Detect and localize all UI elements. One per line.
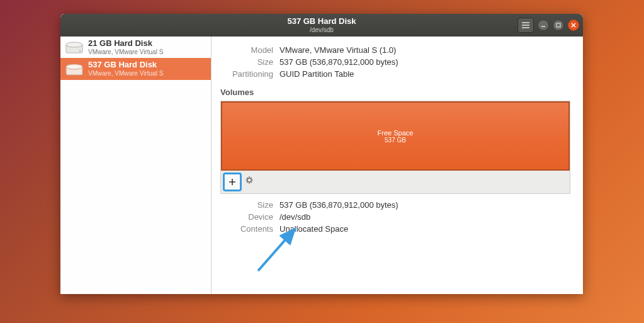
- sidebar-item-text: 21 GB Hard Disk VMware, VMware Virtual S: [88, 39, 163, 55]
- close-icon: [571, 23, 576, 28]
- titlebar-center: 537 GB Hard Disk /dev/sdb: [60, 16, 583, 34]
- volumes-heading: Volumes: [220, 88, 570, 97]
- titlebar-controls: [517, 14, 579, 37]
- info-value: 537 GB (536,870,912,000 bytes): [280, 200, 398, 210]
- hdd-icon: [65, 40, 83, 54]
- info-label: Model: [218, 45, 273, 55]
- titlebar: 537 GB Hard Disk /dev/sdb: [60, 14, 583, 37]
- volume-free-space[interactable]: Free Space 537 GB: [221, 101, 570, 171]
- info-value: 537 GB (536,870,912,000 bytes): [280, 57, 398, 67]
- svg-point-3: [79, 50, 81, 52]
- minimize-icon: [541, 23, 546, 28]
- hdd-icon: [65, 62, 83, 76]
- partition-options-button[interactable]: [242, 173, 257, 188]
- svg-point-6: [79, 72, 81, 74]
- info-row-size2: Size 537 GB (536,870,912,000 bytes): [218, 200, 570, 210]
- info-value: GUID Partition Table: [280, 69, 354, 79]
- info-row-partitioning: Partitioning GUID Partition Table: [218, 69, 570, 79]
- svg-rect-0: [556, 23, 560, 27]
- volume-toolbar: [220, 171, 570, 194]
- volume-map: Free Space 537 GB: [220, 101, 570, 171]
- window-subtitle: /dev/sdb: [60, 26, 583, 34]
- maximize-icon: [556, 23, 561, 28]
- disk-subtitle: VMware, VMware Virtual S: [88, 70, 163, 77]
- minimize-button[interactable]: [538, 20, 549, 31]
- gear-icon: [246, 176, 253, 184]
- disk-title: 21 GB Hard Disk: [88, 39, 163, 48]
- svg-point-5: [66, 64, 82, 69]
- disk-subtitle: VMware, VMware Virtual S: [88, 48, 163, 56]
- volume-size: 537 GB: [385, 137, 406, 144]
- maximize-button[interactable]: [553, 20, 564, 31]
- disks-window: 537 GB Hard Disk /dev/sdb: [60, 14, 583, 294]
- svg-point-7: [247, 178, 251, 182]
- sidebar-item-disk-0[interactable]: 21 GB Hard Disk VMware, VMware Virtual S: [60, 37, 211, 58]
- create-partition-button[interactable]: [223, 173, 242, 191]
- window-body: 21 GB Hard Disk VMware, VMware Virtual S…: [60, 37, 583, 294]
- window-title: 537 GB Hard Disk: [60, 16, 583, 26]
- sidebar-item-text: 537 GB Hard Disk VMware, VMware Virtual …: [88, 60, 163, 77]
- svg-point-2: [66, 42, 82, 47]
- info-row-contents: Contents Unallocated Space: [218, 224, 570, 234]
- info-label: Size: [218, 57, 273, 67]
- info-value: /dev/sdb: [280, 212, 310, 222]
- info-label: Contents: [218, 224, 273, 234]
- info-label: Partitioning: [218, 69, 273, 79]
- info-label: Size: [218, 200, 273, 210]
- main-panel: Model VMware, VMware Virtual S (1.0) Siz…: [212, 37, 583, 294]
- info-value: VMware, VMware Virtual S (1.0): [280, 45, 396, 55]
- close-button[interactable]: [568, 20, 579, 31]
- disk-title: 537 GB Hard Disk: [88, 60, 163, 70]
- info-value: Unallocated Space: [280, 224, 348, 234]
- volume-label: Free Space: [378, 129, 414, 137]
- sidebar-item-disk-1[interactable]: 537 GB Hard Disk VMware, VMware Virtual …: [60, 58, 211, 79]
- disk-sidebar: 21 GB Hard Disk VMware, VMware Virtual S…: [60, 37, 212, 294]
- info-row-model: Model VMware, VMware Virtual S (1.0): [218, 45, 570, 55]
- hamburger-icon: [522, 22, 529, 28]
- info-row-size: Size 537 GB (536,870,912,000 bytes): [218, 57, 570, 67]
- plus-icon: [229, 178, 236, 186]
- info-row-device: Device /dev/sdb: [218, 212, 570, 222]
- menu-button[interactable]: [517, 18, 534, 33]
- volume-details: Size 537 GB (536,870,912,000 bytes) Devi…: [218, 200, 570, 234]
- info-label: Device: [218, 212, 273, 222]
